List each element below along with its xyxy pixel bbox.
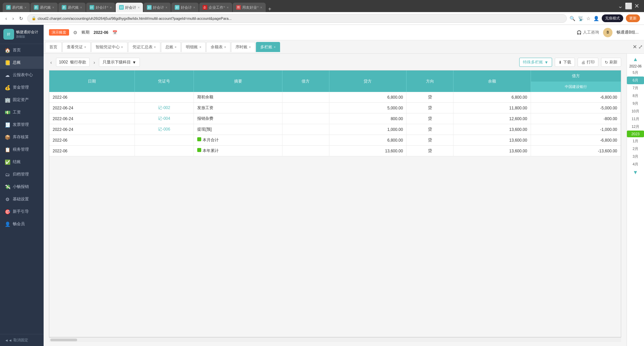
tab-close-9[interactable]: × bbox=[260, 6, 262, 9]
sidebar-item-home[interactable]: 🏠 首页 bbox=[0, 44, 44, 56]
search-icon[interactable]: 🔍 bbox=[570, 16, 575, 21]
browser-tab-5[interactable]: 好 好会计 × bbox=[116, 3, 143, 12]
timeline-scroll-down[interactable]: ▼ bbox=[632, 168, 640, 177]
wuhen-button[interactable]: 无痕模式 bbox=[602, 14, 623, 22]
unfix-button[interactable]: ◄◄ 取消固定 bbox=[5, 338, 39, 343]
timeline-month-may[interactable]: 5月 bbox=[627, 69, 644, 77]
expand-tab-action[interactable]: ⤢ bbox=[638, 44, 643, 50]
scroll-thumb[interactable] bbox=[50, 339, 77, 341]
back-button[interactable]: ‹ bbox=[4, 15, 8, 22]
timeline-month-jul[interactable]: 7月 bbox=[627, 84, 644, 92]
consult-button[interactable]: 🎧 人工咨询 bbox=[577, 30, 599, 35]
timeline-month-nov[interactable]: 11月 bbox=[627, 115, 644, 123]
voucher-link[interactable]: 记-004 bbox=[158, 116, 170, 121]
page-tab-close-multicolumn[interactable]: × bbox=[274, 45, 276, 49]
sidebar-item-member[interactable]: 👤 畅会员 bbox=[0, 218, 44, 230]
next-account-button[interactable]: › bbox=[92, 59, 97, 66]
timeline-month-aug[interactable]: 8月 bbox=[627, 92, 644, 100]
minimize-icon[interactable]: ⌄ bbox=[618, 2, 623, 10]
cast-icon[interactable]: 📡 bbox=[578, 16, 584, 21]
browser-tab-1[interactable]: 易 易代账 × bbox=[3, 3, 30, 12]
page-tab-vouchers[interactable]: 查看凭证 × bbox=[62, 42, 91, 52]
page-tab-close-sequence[interactable]: × bbox=[249, 45, 251, 49]
profile-icon[interactable]: 👤 bbox=[593, 16, 599, 21]
browser-tab-3[interactable]: 易 易代账 × bbox=[58, 3, 86, 12]
close-tab-action[interactable]: ✕ bbox=[633, 44, 637, 50]
cell-voucher[interactable]: 记-006 bbox=[135, 124, 194, 135]
timeline-month-dec[interactable]: 12月 bbox=[627, 123, 644, 131]
account-selector[interactable]: 1002 银行存款 bbox=[56, 58, 90, 67]
sidebar-item-expense[interactable]: 💸 小畅报销 bbox=[0, 181, 44, 193]
tab-close-4[interactable]: × bbox=[110, 6, 112, 9]
sidebar-item-salary[interactable]: 💵 工资 bbox=[0, 106, 44, 118]
page-tab-close-detail[interactable]: × bbox=[199, 45, 201, 49]
url-bar[interactable]: 🔒 cloud2.chanjet.com/accounting/uh26t264… bbox=[27, 14, 567, 23]
timeline-month-sep[interactable]: 9月 bbox=[627, 100, 644, 107]
tab-close-1[interactable]: × bbox=[24, 6, 26, 9]
page-tab-general[interactable]: 总账 × bbox=[161, 42, 181, 52]
sidebar-item-close[interactable]: ✅ 结账 bbox=[0, 156, 44, 168]
browser-tab-9[interactable]: 用 用友好业⁺ × bbox=[233, 3, 266, 12]
star-icon[interactable]: ☆ bbox=[586, 16, 591, 21]
forward-button[interactable]: › bbox=[11, 15, 15, 22]
print-button[interactable]: 🖨 打印 bbox=[578, 58, 598, 67]
timeline-month-oct[interactable]: 10月 bbox=[627, 107, 644, 115]
page-tab-sequence[interactable]: 序时账 × bbox=[231, 42, 255, 52]
page-tab-close-summary[interactable]: × bbox=[154, 45, 156, 49]
page-tab-multicolumn[interactable]: 多栏账 × bbox=[256, 42, 280, 52]
page-tab-summary[interactable]: 凭证汇总表 × bbox=[128, 42, 160, 52]
browser-tab-2[interactable]: 易 易代账 × bbox=[31, 3, 58, 12]
timeline-month-apr[interactable]: 4月 bbox=[627, 160, 644, 168]
close-icon[interactable]: ✕ bbox=[634, 2, 639, 10]
timeline-month-feb[interactable]: 2月 bbox=[627, 145, 644, 153]
tab-close-2[interactable]: × bbox=[52, 6, 54, 9]
cell-voucher[interactable]: 记-004 bbox=[135, 113, 194, 124]
page-tab-detail[interactable]: 明细账 × bbox=[181, 42, 206, 52]
update-button[interactable]: 更新 bbox=[626, 14, 640, 22]
filter-dropdown[interactable]: 只显示下级科目 ▼ bbox=[99, 58, 140, 67]
page-tab-close-balance[interactable]: × bbox=[224, 45, 226, 49]
browser-tab-8[interactable]: 企 企业工作⁺ × bbox=[199, 3, 232, 12]
timeline-month-jan[interactable]: 1月 bbox=[627, 137, 644, 145]
timeline-scroll-up[interactable]: ▲ bbox=[632, 55, 640, 64]
tab-close-7[interactable]: × bbox=[193, 6, 195, 9]
browser-tab-4[interactable]: 好 好会计⁺ × bbox=[86, 3, 115, 12]
sidebar-item-settings[interactable]: ⚙ 基础设置 bbox=[0, 193, 44, 205]
voucher-link[interactable]: 记-006 bbox=[158, 127, 170, 132]
download-button[interactable]: ⬇ 下载 bbox=[555, 58, 575, 67]
refresh-button[interactable]: ↻ bbox=[18, 15, 24, 22]
browser-tab-6[interactable]: 好 好会计 × bbox=[144, 3, 171, 12]
horizontal-scrollbar[interactable] bbox=[49, 337, 621, 342]
page-tab-smart[interactable]: 智能凭证中心 × bbox=[91, 42, 127, 52]
sidebar-item-reports[interactable]: ☁ 云报表中心 bbox=[0, 69, 44, 81]
page-tab-close-smart[interactable]: × bbox=[121, 45, 123, 49]
cell-voucher[interactable]: 记-002 bbox=[135, 103, 194, 113]
calendar-icon[interactable]: 📅 bbox=[112, 30, 117, 35]
timeline-month-jun[interactable]: 6月 bbox=[627, 77, 644, 84]
special-multicolumn-button[interactable]: 特殊多栏账 ▼ bbox=[519, 58, 552, 67]
sidebar-item-assets[interactable]: 🏢 固定资产 bbox=[0, 94, 44, 106]
sidebar-item-ledger[interactable]: 📒 总账 bbox=[0, 56, 44, 69]
sidebar-item-invoice[interactable]: 🧾 发票管理 bbox=[0, 118, 44, 131]
prev-account-button[interactable]: ‹ bbox=[49, 59, 53, 66]
sidebar-item-inventory[interactable]: 📦 库存核算 bbox=[0, 131, 44, 143]
browser-tab-7[interactable]: 好 好会计 × bbox=[171, 3, 199, 12]
demo-badge[interactable]: 演示账套 bbox=[49, 29, 69, 36]
settings-icon[interactable]: ⚙ bbox=[73, 30, 77, 35]
page-tab-close-vouchers[interactable]: × bbox=[84, 45, 86, 49]
timeline-month-mar[interactable]: 3月 bbox=[627, 153, 644, 160]
tab-close-8[interactable]: × bbox=[227, 6, 229, 9]
sidebar-item-funds[interactable]: 💰 资金管理 bbox=[0, 81, 44, 94]
refresh-ledger-button[interactable]: ↻ 刷新 bbox=[601, 58, 621, 67]
page-tab-balance[interactable]: 余额表 × bbox=[206, 42, 230, 52]
voucher-link[interactable]: 记-002 bbox=[158, 105, 170, 110]
sidebar-item-guide[interactable]: 🎯 新手引导 bbox=[0, 205, 44, 218]
tab-close-5[interactable]: × bbox=[138, 6, 140, 9]
new-tab-button[interactable]: + bbox=[266, 6, 273, 12]
sidebar-item-tax[interactable]: 📋 税务管理 bbox=[0, 143, 44, 156]
page-tab-close-general[interactable]: × bbox=[175, 45, 177, 49]
tab-close-6[interactable]: × bbox=[165, 6, 167, 9]
maximize-icon[interactable]: ⬜ bbox=[625, 2, 632, 10]
tab-close-3[interactable]: × bbox=[80, 6, 82, 9]
page-tab-home[interactable]: 首页 bbox=[45, 42, 62, 52]
